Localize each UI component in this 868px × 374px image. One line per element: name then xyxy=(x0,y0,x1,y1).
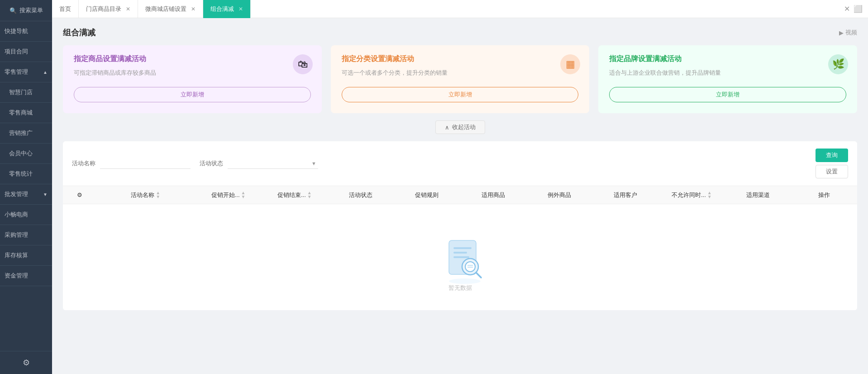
svg-rect-4 xyxy=(453,256,469,258)
sidebar-item-label: 零售商城 xyxy=(9,109,33,117)
brand-card-add-btn[interactable]: 立即新增 xyxy=(609,87,846,102)
sidebar-item-label: 会员中心 xyxy=(9,149,33,158)
svg-line-7 xyxy=(476,273,481,278)
th-activity-name[interactable]: 活动名称 ▲▼ xyxy=(96,191,195,199)
sidebar-item-inventory-calc[interactable]: 库存核算 xyxy=(0,245,52,266)
sidebar-item-label: 资金管理 xyxy=(5,272,28,280)
collapse-btn-label: 收起活动 xyxy=(452,123,476,131)
sidebar-item-label: 采购管理 xyxy=(5,231,28,239)
video-label: 视频 xyxy=(845,29,857,37)
tab-combo-discount-close[interactable]: ✕ xyxy=(238,6,243,12)
th-exception-goods: 例外商品 xyxy=(526,191,592,199)
empty-state: 暂无数据 xyxy=(63,204,857,310)
product-card-add-btn[interactable]: 立即新增 xyxy=(74,87,311,102)
sidebar-item-quick-nav[interactable]: 快捷导航 xyxy=(0,21,52,42)
sidebar-item-label: 库存核算 xyxy=(5,251,28,259)
empty-illustration xyxy=(438,231,483,277)
sidebar-search-label: 搜索菜单 xyxy=(19,6,43,14)
sidebar-search[interactable]: 🔍 搜索菜单 xyxy=(0,0,52,21)
sort-icon: ▲▼ xyxy=(241,191,246,199)
product-activity-card: 指定商品设置满减活动 🛍 可指定滞销商品或库存较多商品 立即新增 xyxy=(63,45,322,113)
th-label: 操作 xyxy=(818,191,830,199)
sidebar-item-retail-mall[interactable]: 零售商城 xyxy=(0,103,52,123)
category-card-desc: 可选一个或者多个分类，提升分类的销量 xyxy=(342,68,579,78)
sort-icon: ▲▼ xyxy=(707,191,712,199)
minimize-icon[interactable]: ✕ xyxy=(844,5,850,13)
product-card-title: 指定商品设置满减活动 xyxy=(74,54,311,64)
search-bar: 活动名称 活动状态 进行中 已结束 未开始 ▼ xyxy=(63,141,857,186)
setting-button[interactable]: 设置 xyxy=(816,165,848,178)
search-icon: 🔍 xyxy=(10,7,17,14)
chevron-up-icon: ∧ xyxy=(445,124,449,131)
tab-combo-discount[interactable]: 组合满减 ✕ xyxy=(203,0,251,18)
tab-home[interactable]: 首页 xyxy=(52,0,79,18)
tab-combo-discount-label: 组合满减 xyxy=(210,5,234,13)
th-promo-rule: 促销规则 xyxy=(394,191,460,199)
tab-wechat-store-close[interactable]: ✕ xyxy=(191,6,196,12)
sidebar-item-label: 项目合同 xyxy=(5,48,28,56)
th-applicable-customer: 适用客户 xyxy=(592,191,658,199)
sidebar-item-member-center[interactable]: 会员中心 xyxy=(0,144,52,164)
th-label: 促销结束... xyxy=(277,191,306,199)
sidebar-item-label: 快捷导航 xyxy=(5,27,28,35)
tab-wechat-store-label: 微商城店铺设置 xyxy=(145,5,186,13)
activity-name-input[interactable] xyxy=(100,158,191,169)
th-label: 适用渠道 xyxy=(746,191,770,199)
th-promo-start[interactable]: 促销开始... ▲▼ xyxy=(196,191,262,199)
table-header: ⚙ 活动名称 ▲▼ 促销开始... ▲▼ 促销结束... ▲▼ xyxy=(63,186,857,204)
th-not-allow[interactable]: 不允许同时... ▲▼ xyxy=(658,191,725,199)
query-button[interactable]: 查询 xyxy=(816,149,848,162)
maximize-icon[interactable]: ⬜ xyxy=(854,5,863,13)
video-link[interactable]: ▶ 视频 xyxy=(839,29,857,37)
activity-cards: 指定商品设置满减活动 🛍 可指定滞销商品或库存较多商品 立即新增 指定分类设置满… xyxy=(63,45,857,113)
play-icon: ▶ xyxy=(839,29,844,36)
sidebar-item-project-contract[interactable]: 项目合同 xyxy=(0,42,52,62)
activity-status-select-wrapper: 进行中 已结束 未开始 ▼ xyxy=(228,158,318,169)
gear-icon: ⚙ xyxy=(77,192,82,198)
brand-card-title: 指定品牌设置满减活动 xyxy=(609,54,846,64)
th-label: 例外商品 xyxy=(548,191,571,199)
chevron-up-icon: ▲ xyxy=(43,70,48,75)
sidebar-item-retail-mgmt[interactable]: 零售管理 ▲ xyxy=(0,62,52,82)
brand-card-desc: 适合与上游企业联合做营销，提升品牌销量 xyxy=(609,68,846,78)
brand-activity-card: 指定品牌设置满减活动 🌿 适合与上游企业联合做营销，提升品牌销量 立即新增 xyxy=(598,45,857,113)
activity-status-label: 活动状态 xyxy=(200,159,223,168)
product-card-desc: 可指定滞销商品或库存较多商品 xyxy=(74,68,311,78)
settings-icon[interactable]: ⚙ xyxy=(23,358,30,368)
sort-icon: ▲▼ xyxy=(156,191,160,199)
sidebar-item-label: 零售统计 xyxy=(9,170,33,178)
topbar: 首页 门店商品目录 ✕ 微商城店铺设置 ✕ 组合满减 ✕ ✕ ⬜ xyxy=(52,0,868,18)
svg-point-6 xyxy=(465,262,475,272)
sidebar-item-smart-store[interactable]: 智慧门店 xyxy=(0,82,52,103)
brand-card-icon: 🌿 xyxy=(828,54,848,74)
sidebar-item-label: 智慧门店 xyxy=(9,88,33,96)
th-activity-status: 活动状态 xyxy=(328,191,394,199)
tab-home-label: 首页 xyxy=(59,5,71,13)
sidebar-item-wholesale-mgmt[interactable]: 批发管理 ▼ xyxy=(0,184,52,205)
activity-status-select[interactable]: 进行中 已结束 未开始 xyxy=(228,158,318,169)
sort-icon: ▲▼ xyxy=(307,191,312,199)
sidebar-item-purchase-mgmt[interactable]: 采购管理 xyxy=(0,225,52,245)
sidebar-item-fund-mgmt[interactable]: 资金管理 xyxy=(0,266,52,286)
th-promo-end[interactable]: 促销结束... ▲▼ xyxy=(262,191,328,199)
category-card-add-btn[interactable]: 立即新增 xyxy=(342,87,579,102)
collapse-activity-btn[interactable]: ∧ 收起活动 xyxy=(435,120,485,134)
sidebar-item-label: 小畅电商 xyxy=(5,211,28,219)
empty-text: 暂无数据 xyxy=(448,284,472,292)
th-label: 不允许同时... xyxy=(672,191,706,199)
sidebar-item-marketing[interactable]: 营销推广 xyxy=(0,123,52,144)
svg-point-0 xyxy=(449,278,481,284)
th-label: 活动名称 xyxy=(131,191,154,199)
th-label: 促销规则 xyxy=(415,191,439,199)
tab-store-catalog[interactable]: 门店商品目录 ✕ xyxy=(79,0,138,18)
chevron-down-icon: ▼ xyxy=(43,192,48,197)
sidebar-item-xiaochange[interactable]: 小畅电商 xyxy=(0,205,52,225)
tab-store-catalog-close[interactable]: ✕ xyxy=(126,6,130,12)
sidebar-item-retail-stats[interactable]: 零售统计 xyxy=(0,164,52,184)
tab-wechat-store[interactable]: 微商城店铺设置 ✕ xyxy=(138,0,203,18)
th-label: 促销开始... xyxy=(211,191,240,199)
svg-rect-2 xyxy=(453,247,472,249)
th-label: 适用客户 xyxy=(614,191,637,199)
th-gear[interactable]: ⚙ xyxy=(63,192,96,198)
table-wrap: ⚙ 活动名称 ▲▼ 促销开始... ▲▼ 促销结束... ▲▼ xyxy=(63,186,857,310)
